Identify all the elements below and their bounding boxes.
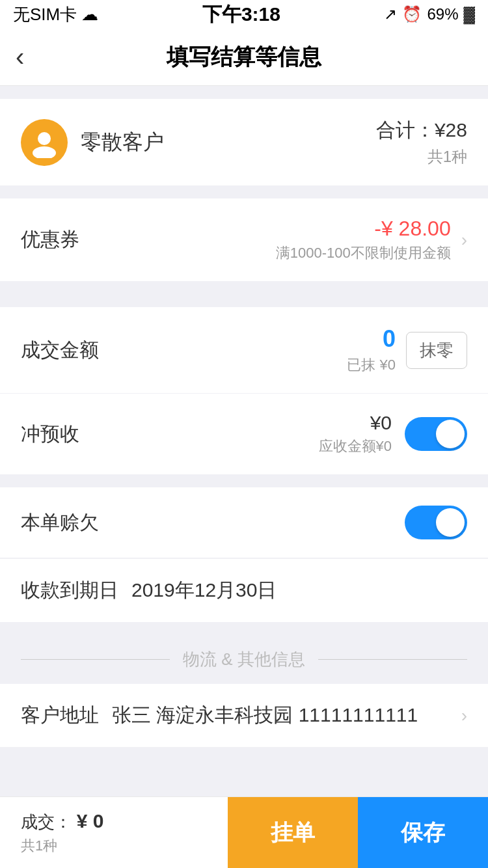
customer-left: 零散客户 (21, 119, 164, 166)
content-area: 零散客户 合计：¥28 共1种 优惠券 -¥ 28.00 满1000-100不限… (0, 86, 488, 825)
precollect-label: 冲预收 (21, 421, 99, 448)
transaction-label: 成交金额 (21, 337, 99, 364)
debt-section: 本单赊欠 收款到期日 2019年12月30日 (0, 487, 488, 622)
due-date-label: 收款到期日 (21, 577, 118, 604)
battery-label: 69% (427, 5, 458, 23)
total-amount: 合计：¥28 (376, 117, 467, 144)
page-title: 填写结算等信息 (167, 42, 321, 72)
total-count: 共1种 (376, 146, 467, 167)
bottom-summary-line1: 成交： ¥ 0 (21, 810, 207, 834)
transaction-section: 成交金额 0 已抹 ¥0 抹零 冲预收 ¥0 应收金额¥0 (0, 307, 488, 474)
coupon-chevron-icon: › (461, 230, 467, 251)
precollect-sub-label: 应收金额¥0 (319, 437, 392, 456)
bottom-summary-label: 成交： (21, 812, 72, 832)
coupon-value-block: -¥ 28.00 满1000-100不限制使用金额 (276, 217, 451, 263)
transaction-row: 成交金额 0 已抹 ¥0 抹零 (0, 307, 488, 394)
transaction-sub: 已抹 ¥0 (347, 355, 396, 375)
battery-icon: ▓ (463, 5, 475, 23)
address-left: 客户地址 张三 海淀永丰科技园 11111111111 (21, 702, 418, 729)
bottom-summary: 成交： ¥ 0 共1种 (0, 810, 228, 856)
coupon-amount: -¥ 28.00 (276, 217, 451, 241)
svg-point-1 (33, 146, 56, 158)
status-right: ↗ ⏰ 69% ▓ (384, 5, 475, 23)
customer-name: 零散客户 (81, 128, 164, 157)
address-chevron-icon: › (461, 705, 467, 726)
status-time: 下午3:18 (202, 1, 280, 28)
status-left: 无SIM卡 ☁ (13, 3, 98, 26)
svg-point-0 (38, 132, 51, 145)
address-section: 客户地址 张三 海淀永丰科技园 11111111111 › (0, 684, 488, 747)
coupon-sub: 满1000-100不限制使用金额 (276, 243, 451, 263)
due-date-value: 2019年12月30日 (131, 577, 277, 604)
coupon-section: 优惠券 -¥ 28.00 满1000-100不限制使用金额 › (0, 198, 488, 281)
address-value: 张三 海淀永丰科技园 11111111111 (112, 702, 418, 729)
bottom-bar: 成交： ¥ 0 共1种 挂单 保存 (0, 796, 488, 868)
debt-row: 本单赊欠 (0, 487, 488, 558)
precollect-values: ¥0 应收金额¥0 (319, 412, 392, 456)
bottom-summary-count: 共1种 (21, 836, 207, 856)
divider-1 (0, 281, 488, 294)
back-button[interactable]: ‹ (16, 42, 24, 72)
address-label: 客户地址 (21, 702, 99, 729)
precollect-right: ¥0 应收金额¥0 (319, 412, 467, 456)
precollect-row: 冲预收 ¥0 应收金额¥0 (0, 394, 488, 474)
coupon-right: -¥ 28.00 满1000-100不限制使用金额 › (276, 217, 467, 263)
transaction-right: 0 已抹 ¥0 抹零 (347, 325, 467, 375)
logistics-divider: 物流 & 其他信息 (0, 635, 488, 684)
location-icon: ↗ (384, 5, 397, 23)
coupon-label: 优惠券 (21, 226, 99, 253)
logistics-label: 物流 & 其他信息 (183, 648, 305, 671)
bottom-summary-amount: ¥ 0 (77, 810, 104, 832)
divider-line-left (21, 659, 170, 660)
divider-2 (0, 474, 488, 487)
save-button[interactable]: 保存 (358, 797, 488, 869)
transaction-value[interactable]: 0 (347, 325, 396, 353)
transaction-value-block: 0 已抹 ¥0 (347, 325, 396, 375)
debt-label: 本单赊欠 (21, 509, 99, 536)
due-date-row[interactable]: 收款到期日 2019年12月30日 (0, 558, 488, 622)
hold-button[interactable]: 挂单 (228, 797, 358, 869)
precollect-toggle[interactable] (405, 417, 467, 451)
precollect-main-value: ¥0 (319, 412, 392, 434)
coupon-row[interactable]: 优惠券 -¥ 28.00 满1000-100不限制使用金额 › (0, 198, 488, 281)
toggle-knob (436, 420, 465, 448)
debt-toggle-knob (436, 508, 465, 537)
nav-bar: ‹ 填写结算等信息 (0, 29, 488, 86)
debt-toggle[interactable] (405, 506, 467, 539)
status-bar: 无SIM卡 ☁ 下午3:18 ↗ ⏰ 69% ▓ (0, 0, 488, 29)
round-zero-button[interactable]: 抹零 (406, 332, 467, 369)
no-sim-label: 无SIM卡 ☁ (13, 3, 98, 26)
customer-card: 零散客户 合计：¥28 共1种 (0, 99, 488, 185)
avatar (21, 119, 68, 166)
alarm-icon: ⏰ (402, 5, 422, 23)
customer-right: 合计：¥28 共1种 (376, 117, 467, 167)
divider-line-right (318, 659, 467, 660)
address-row[interactable]: 客户地址 张三 海淀永丰科技园 11111111111 › (0, 684, 488, 747)
